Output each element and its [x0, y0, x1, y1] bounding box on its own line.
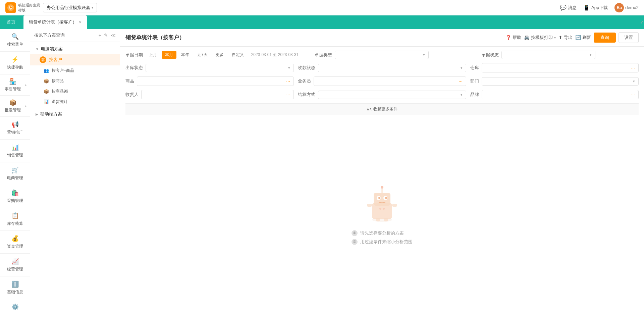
page-title: 销货单统计表（按客户）: [125, 34, 184, 41]
content-panel: 按以下方案查询 + ✎ ≪ ▼ 电脑端方案 客 按客户 👥: [30, 29, 644, 310]
sidebar-item-retail[interactable]: 🏪 零售管理 ▲: [0, 74, 30, 96]
query-button[interactable]: 查询: [594, 33, 616, 43]
mobile-group-header[interactable]: ▶ 移动端方案: [30, 109, 120, 119]
print-dropdown-icon: ▾: [554, 36, 556, 40]
svg-rect-12: [392, 204, 397, 207]
plan-subitem-by-customer-goods[interactable]: 👥 按客户+商品: [30, 65, 120, 76]
nav-right: 💬 消息 📱 App下载 Ea demo2: [560, 3, 639, 12]
date-tab-more[interactable]: 更多: [212, 51, 227, 59]
sidebar-item-label: 搜索菜单: [7, 42, 23, 47]
date-tab-this-month[interactable]: 本月: [162, 51, 176, 59]
doc-status-input[interactable]: ▾: [501, 51, 595, 59]
warehouse-input[interactable]: ···: [482, 63, 639, 72]
help-label: 帮助: [513, 35, 521, 41]
collapse-sidebar-icon[interactable]: ≪: [111, 33, 116, 38]
goods-input[interactable]: ···: [137, 76, 294, 86]
app-download-button[interactable]: 📱 App下载: [583, 4, 608, 11]
marketing-label: 营销推广: [7, 130, 23, 135]
help-button[interactable]: ❓ 帮助: [505, 35, 521, 41]
tab-home-label: 首页: [7, 19, 15, 25]
goods-more-icon: ···: [286, 79, 290, 84]
tab-home[interactable]: 首页: [0, 15, 22, 29]
out-status-field: 出库状态 ▾: [125, 64, 294, 72]
collapse-bar[interactable]: ∧∧ 收起更多条件: [125, 103, 639, 115]
doc-type-input[interactable]: ▾: [335, 51, 429, 59]
sales-label: 销售管理: [7, 152, 23, 158]
wholesale-icon: 📦: [9, 99, 16, 106]
plan-subitem-refund-stats[interactable]: 📊 退货统计: [30, 97, 120, 107]
app-selector-chevron-icon: ▾: [92, 6, 93, 9]
empty-illustration: [362, 185, 402, 225]
wholesale-label: 批发管理: [5, 107, 21, 113]
user-profile[interactable]: Ea demo2: [614, 3, 639, 12]
receipt-status-label: 收款状态: [298, 65, 315, 71]
pc-group-header[interactable]: ▼ 电脑端方案: [30, 44, 120, 54]
svg-rect-15: [376, 218, 380, 221]
refresh-button[interactable]: 🔄 刷新: [575, 35, 591, 41]
settlement-field: 结算方式 ▾: [298, 91, 466, 99]
date-range-text: 2023-03-01 至 2023-03-31: [251, 52, 299, 58]
help-icon: ❓: [505, 35, 511, 40]
sidebar-item-inventory[interactable]: 📋 库存核算: [0, 208, 30, 231]
goods-label: 商品: [125, 78, 134, 84]
sidebar-item-search-menu[interactable]: 🔍 搜索菜单: [0, 29, 30, 52]
plan-subitem-by-goods99[interactable]: 📦 按商品99: [30, 86, 120, 97]
department-input[interactable]: ▾: [482, 77, 639, 86]
brand-label: 品牌: [470, 92, 479, 98]
tab-maximize-icon[interactable]: ⤢: [640, 19, 644, 25]
settlement-input[interactable]: ▾: [318, 91, 466, 99]
brand-input[interactable]: ···: [482, 90, 639, 99]
date-tab-last-month[interactable]: 上月: [146, 51, 160, 59]
recipient-input[interactable]: ···: [141, 90, 294, 99]
sidebar-item-basic-info[interactable]: ℹ️ 基础信息: [0, 276, 30, 299]
filter-header-actions: + ✎ ≪: [99, 33, 116, 38]
export-button[interactable]: ⬆ 导出: [558, 35, 573, 41]
receipt-status-input[interactable]: ▾: [318, 64, 466, 72]
tab-active[interactable]: 销货单统计表（按客户） ×: [23, 15, 87, 29]
refund-stats-icon: 📊: [44, 99, 49, 104]
sidebar-item-purchase[interactable]: 🛍️ 采购管理: [0, 185, 30, 208]
plan-subitem-by-goods[interactable]: 📦 按商品: [30, 76, 120, 86]
sales-icon: 📊: [11, 144, 19, 151]
sidebar-item-label: 快捷导航: [7, 64, 23, 70]
sidebar-item-system[interactable]: ⚙️ 系统管理: [0, 299, 30, 310]
empty-hint-2: ② 用过滤条件来缩小分析范围: [352, 239, 413, 245]
filter-sidebar-header: 按以下方案查询 + ✎ ≪: [30, 29, 120, 42]
date-filter-label: 单据日期: [125, 52, 143, 58]
sidebar-item-sales[interactable]: 📊 销售管理: [0, 140, 30, 162]
sidebar-item-operations[interactable]: 📈 经营管理: [0, 254, 30, 276]
page-title-bar: 销货单统计表（按客户） ❓ 帮助 🖨️ 按模板打印 ▾ ⬆ 导出: [120, 29, 644, 47]
sidebar-item-wholesale[interactable]: 📦 批发管理 ▲: [0, 96, 30, 117]
edit-plan-icon[interactable]: ✎: [104, 33, 108, 38]
sidebar-item-ecommerce[interactable]: 🛒 电商管理: [0, 162, 30, 185]
salesperson-input[interactable]: ···: [314, 76, 466, 86]
recipient-label: 收货人: [125, 92, 139, 98]
retail-icon: 🏪: [9, 78, 16, 85]
tab-active-label: 销货单统计表（按客户）: [29, 19, 77, 25]
operations-icon: 📈: [11, 258, 19, 265]
hint-1-number: ①: [352, 230, 358, 236]
empty-state: ① 请先选择要分析的方案 ② 用过滤条件来缩小分析范围: [120, 119, 644, 310]
template-print-button[interactable]: 🖨️ 按模板打印 ▾: [524, 35, 556, 41]
empty-hint-1: ① 请先选择要分析的方案: [352, 230, 413, 236]
date-tab-last-7-days[interactable]: 近7天: [194, 51, 211, 59]
date-tab-custom[interactable]: 自定义: [228, 51, 247, 59]
pc-plan-group: ▼ 电脑端方案 客 按客户 👥 按客户+商品 📦 按商品 📦 按商: [30, 42, 120, 109]
settings-button[interactable]: 设置: [619, 32, 639, 43]
date-tab-this-year[interactable]: 本年: [178, 51, 193, 59]
message-button[interactable]: 💬 消息: [560, 4, 577, 11]
sidebar-item-finance[interactable]: 💰 资金管理: [0, 231, 30, 254]
sidebar-item-marketing[interactable]: 📢 营销推广: [0, 117, 30, 140]
mobile-group-label: 移动端方案: [40, 111, 62, 117]
logo-text: 畅捷通好生意 标版: [18, 3, 40, 12]
sidebar-item-quick-nav[interactable]: ⚡ 快捷导航: [0, 52, 30, 74]
collapse-up-icon: ∧∧: [367, 107, 372, 111]
by-customer-goods-icon: 👥: [44, 68, 49, 73]
add-plan-icon[interactable]: +: [99, 33, 101, 38]
out-status-input[interactable]: ▾: [146, 64, 294, 72]
tab-close-icon[interactable]: ×: [79, 20, 82, 24]
app-selector[interactable]: 办公用品行业模拟账套 ▾: [43, 3, 97, 12]
svg-point-13: [379, 208, 381, 210]
plan-item-by-customer[interactable]: 客 按客户: [30, 54, 120, 65]
svg-point-1: [10, 6, 12, 8]
